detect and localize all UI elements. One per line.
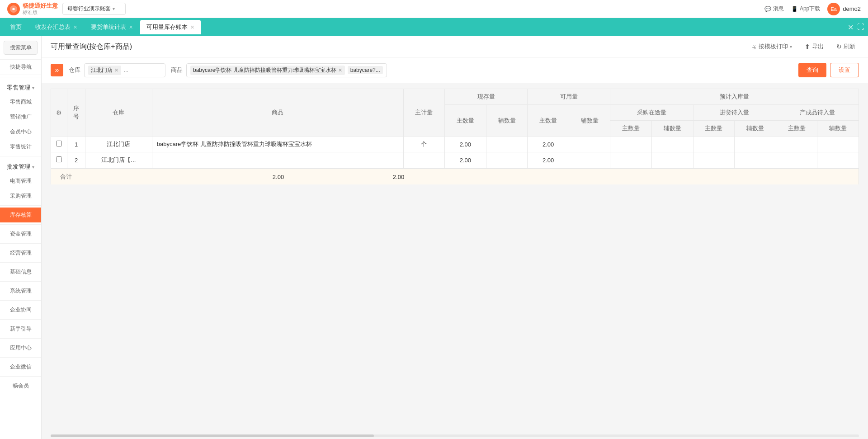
sidebar-item-vip[interactable]: 畅会员: [0, 378, 41, 393]
export-label: 导出: [812, 42, 824, 51]
th-unit: 主计量: [403, 89, 445, 137]
org-selector[interactable]: 母婴行业演示账套: [62, 3, 126, 15]
page-title: 可用量查询(按仓库+商品): [51, 42, 132, 52]
tab-available-stock[interactable]: 可用量库存账本 ✕: [140, 20, 201, 34]
sidebar-item-member-center[interactable]: 会员中心: [0, 124, 41, 139]
sidebar-item-new-guide[interactable]: 新手引导: [0, 321, 41, 336]
cell-warehouse-1: 江北门店【...: [85, 152, 152, 168]
sidebar-search-area: 搜索菜单: [0, 36, 41, 60]
refresh-icon: ↻: [836, 43, 842, 50]
scroll-bar-track[interactable]: [51, 434, 859, 437]
cell-num-1: 2: [67, 152, 85, 168]
sidebar-item-quick-nav[interactable]: 快捷导航: [0, 60, 41, 75]
th-goods-waiting: 进货待入量: [693, 105, 776, 121]
footer-current-main: 2.00: [248, 174, 308, 180]
tab-receipt-close[interactable]: ✕: [73, 24, 77, 30]
sidebar-divider-11: [0, 357, 41, 358]
tab-available-close[interactable]: ✕: [190, 24, 194, 30]
sidebar-item-enterprise-collab[interactable]: 企业协同: [0, 302, 41, 317]
th-purchase-transit-main: 主数量: [610, 121, 652, 137]
scroll-bar-thumb[interactable]: [51, 434, 374, 437]
cell-products-waiting-main-1: [776, 152, 817, 168]
org-selector-label: 母婴行业演示账套: [67, 5, 111, 13]
cell-current-aux-1: [486, 152, 528, 168]
sidebar-group-retail-arrow: [32, 85, 34, 90]
app-download-button[interactable]: 📱 App下载: [791, 5, 820, 13]
tab-order-stats[interactable]: 要货单统计表 ✕: [85, 20, 139, 34]
cell-goods-waiting-aux-1: [735, 152, 776, 168]
product-filter-label: 商品: [171, 66, 183, 74]
nav-tabs-actions: ✕ ⛶: [848, 23, 864, 32]
cell-product-1: [152, 152, 403, 168]
tab-order-close[interactable]: ✕: [129, 24, 133, 30]
footer-available-main: 2.00: [368, 174, 429, 180]
sidebar-item-purchase[interactable]: 采购管理: [0, 189, 41, 203]
th-current-aux: 辅数量: [486, 105, 528, 137]
sidebar-group-wholesale-header[interactable]: 批发管理: [0, 158, 41, 174]
warehouse-more-indicator[interactable]: ...: [124, 67, 128, 73]
data-table: ⚙ 序号 仓库 商品 主计量 现存量 可用量 预计入库量 主数量 辅数量 主数量: [51, 89, 859, 168]
sidebar-item-inventory[interactable]: 库存核算: [0, 208, 41, 222]
sidebar-item-ecommerce[interactable]: 电商管理: [0, 174, 41, 189]
sidebar-item-finance[interactable]: 资金管理: [0, 227, 41, 241]
sidebar-item-basic-info[interactable]: 基础信息: [0, 264, 41, 279]
warehouse-filter-input[interactable]: 江北门店 ✕ ...: [84, 63, 165, 77]
search-menu-button[interactable]: 搜索菜单: [4, 41, 38, 55]
sidebar-group-retail: 零售管理 零售商城 营销推广 会员中心 零售统计: [0, 79, 41, 154]
filter-bar: » 仓库 江北门店 ✕ ... 商品 babycare学饮杯 儿童防摔防撞吸管杯…: [42, 57, 868, 83]
cell-available-aux-0: [569, 137, 610, 152]
sidebar: 搜索菜单 快捷导航 零售管理 零售商城 营销推广 会员中心 零售统计 批发管理 …: [0, 36, 42, 439]
user-name: demo2: [843, 5, 861, 12]
warehouse-tag-remove[interactable]: ✕: [114, 67, 118, 73]
cell-purchase-transit-aux-0: [652, 137, 693, 152]
cell-checkbox-0[interactable]: [51, 137, 67, 152]
user-area[interactable]: Ea demo2: [827, 3, 861, 15]
message-button[interactable]: 💬 消息: [764, 5, 784, 13]
print-button[interactable]: 🖨 按模板打印: [747, 41, 796, 52]
sidebar-divider-5: [0, 243, 41, 244]
refresh-button[interactable]: ↻ 刷新: [833, 41, 859, 52]
cell-products-waiting-aux-1: [817, 152, 859, 168]
tab-home-label: 首页: [10, 23, 22, 31]
cell-products-waiting-main-0: [776, 137, 817, 152]
sidebar-item-retail-mall[interactable]: 零售商城: [0, 94, 41, 109]
th-num: 序号: [67, 89, 85, 137]
sidebar-item-enterprise-wechat[interactable]: 企业微信: [0, 359, 41, 374]
cell-current-main-0: 2.00: [445, 137, 486, 152]
sidebar-item-retail-stats[interactable]: 零售统计: [0, 139, 41, 154]
print-chevron: [790, 44, 792, 49]
settings-button[interactable]: 设置: [830, 63, 859, 77]
print-icon: 🖨: [751, 43, 757, 50]
filter-toggle-button[interactable]: »: [51, 64, 63, 76]
sidebar-item-system[interactable]: 系统管理: [0, 283, 41, 298]
cell-goods-waiting-main-0: [693, 137, 735, 152]
message-icon: 💬: [764, 6, 771, 12]
sidebar-group-wholesale-label: 批发管理: [7, 163, 30, 171]
maximize-button[interactable]: ⛶: [857, 23, 864, 31]
export-button[interactable]: ⬆ 导出: [801, 41, 827, 52]
th-products-waiting: 产成品待入量: [776, 105, 859, 121]
refresh-label: 刷新: [844, 42, 855, 51]
product-filter-group: 商品 babycare学饮杯 儿童防摔防撞吸管杯重力球吸嘴杯宝宝水杯 ✕ bab…: [171, 63, 387, 77]
close-all-tabs-button[interactable]: ✕: [848, 23, 854, 32]
sidebar-item-operations[interactable]: 经营管理: [0, 245, 41, 260]
tab-home[interactable]: 首页: [4, 20, 28, 34]
th-products-waiting-main: 主数量: [776, 121, 817, 137]
tab-receipt-summary[interactable]: 收发存汇总表 ✕: [29, 20, 84, 34]
cell-num-0: 1: [67, 137, 85, 152]
sidebar-item-app-center[interactable]: 应用中心: [0, 340, 41, 355]
th-settings[interactable]: ⚙: [51, 89, 67, 137]
cell-purchase-transit-main-0: [610, 137, 652, 152]
top-bar: 畅捷通好生意 标准版 母婴行业演示账套 💬 消息 📱 App下载 Ea demo…: [0, 0, 868, 18]
sidebar-item-marketing[interactable]: 营销推广: [0, 109, 41, 124]
table-footer: 合计 2.00 2.00: [51, 168, 859, 184]
product-tag-1-remove[interactable]: ✕: [338, 67, 342, 73]
product-filter-input[interactable]: babycare学饮杯 儿童防摔防撞吸管杯重力球吸嘴杯宝宝水杯 ✕ babyca…: [186, 63, 387, 77]
tab-order-label: 要货单统计表: [91, 23, 126, 31]
sidebar-group-retail-header[interactable]: 零售管理: [0, 79, 41, 94]
sidebar-divider-10: [0, 338, 41, 339]
app-download-icon: 📱: [791, 6, 798, 12]
cell-checkbox-1[interactable]: [51, 152, 67, 168]
query-button[interactable]: 查询: [798, 63, 826, 77]
page-actions: 🖨 按模板打印 ⬆ 导出 ↻ 刷新: [747, 41, 859, 52]
